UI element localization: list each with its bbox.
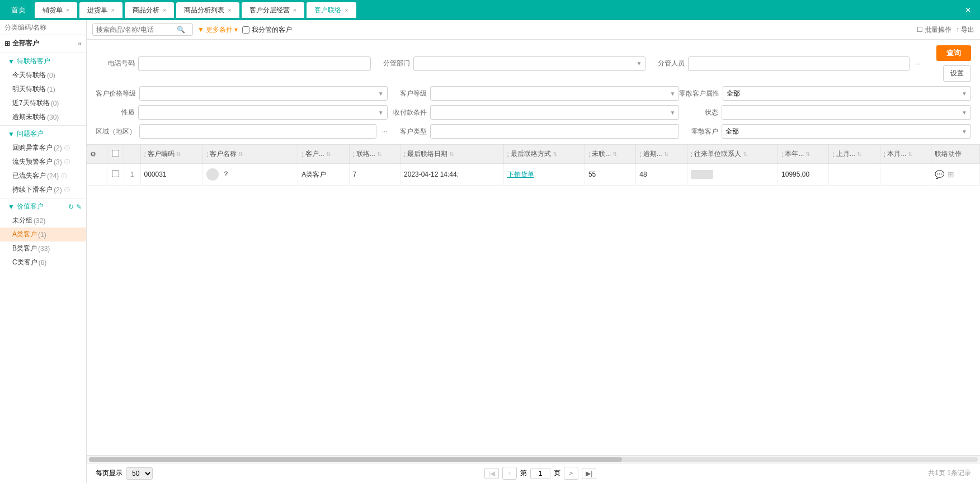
region-input[interactable] — [139, 124, 376, 139]
customer-type-input[interactable] — [430, 124, 680, 139]
filter-payment: 收付款条件 ▼ — [388, 105, 680, 120]
page-input[interactable] — [530, 468, 550, 479]
close-product-analysis-tab[interactable]: × — [163, 7, 166, 13]
sidebar-item-tomorrow[interactable]: 明天待联络(1) — [0, 82, 86, 96]
department-select[interactable]: ▼ — [413, 56, 646, 71]
horizontal-scrollbar[interactable] — [87, 455, 980, 463]
sidebar-item-overdue[interactable]: 逾期未联络(30) — [0, 110, 86, 124]
settings-button[interactable]: 设置 — [943, 65, 971, 82]
col-lastmonth-header[interactable]: : 上月... ⇅ — [829, 145, 880, 164]
sidebar-item-class-a[interactable]: A类客户(1) — [0, 228, 86, 242]
sidebar-collapse-icon[interactable]: « — [78, 40, 82, 48]
sort-icon-thisyear: ⇅ — [805, 151, 810, 157]
batch-op-button[interactable]: ☐ 批量操作 — [917, 25, 951, 35]
manager-dots[interactable]: ··· — [915, 60, 921, 68]
my-customers-check[interactable] — [242, 26, 249, 34]
sidebar-all-customers-header[interactable]: ⊞ 全部客户 « — [0, 35, 86, 51]
sort-icon-overdue: ⇅ — [664, 151, 668, 157]
col-thismonth-header[interactable]: : 本月... ⇅ — [880, 145, 931, 164]
filter-row-4: 区域（地区） ··· 客户类型 零散客户 全部 ▼ — [96, 124, 971, 139]
nav-tab-product-list[interactable]: 商品分析列表 × — [176, 2, 239, 18]
col-name-header[interactable]: : 客户名称 ⇅ — [202, 145, 298, 164]
phone-input[interactable] — [138, 56, 371, 71]
close-sales-tab[interactable]: × — [66, 7, 69, 13]
payment-select[interactable]: ▼ — [430, 105, 680, 120]
nav-tab-customer-segment[interactable]: 客户分层经营 × — [242, 2, 304, 18]
col-unitcontact-header[interactable]: : 往来单位联系人 ⇅ — [687, 145, 778, 164]
nav-tab-customer-contact[interactable]: 客户联络 × — [307, 2, 356, 18]
customer-level-select[interactable]: ▼ — [430, 86, 680, 101]
col-thisyear-header[interactable]: : 本年... ⇅ — [778, 145, 829, 164]
status-select[interactable]: ▼ — [722, 105, 971, 120]
sort-icon-lastmonth: ⇅ — [857, 151, 861, 157]
col-uncontacted-header[interactable]: : 未联... ⇅ — [585, 145, 635, 164]
sidebar-item-declining[interactable]: 持续下滑客户(2) ⓘ — [0, 183, 86, 197]
sidebar-search-input[interactable] — [4, 23, 87, 31]
col-type-header[interactable]: : 客户... ⇅ — [298, 145, 349, 164]
first-page-button[interactable]: |◀ — [484, 468, 499, 479]
close-contact-tab[interactable]: × — [345, 7, 348, 13]
nav-home[interactable]: 首页 — [4, 0, 32, 20]
col-contact-header[interactable]: : 联络... ⇅ — [349, 145, 400, 164]
col-code-header[interactable]: : 客户编码 ⇅ — [140, 145, 202, 164]
sidebar-item-class-c[interactable]: C类客户(6) — [0, 255, 86, 269]
prev-page-button[interactable]: ＜ — [502, 467, 517, 480]
filter-customer-level: 客户等级 ▼ — [388, 86, 680, 101]
close-purchase-tab[interactable]: × — [111, 7, 114, 13]
scroll-thumb[interactable] — [89, 457, 622, 462]
row-lastmethod-cell[interactable]: 下销货单 — [503, 164, 585, 186]
info-icon-1: ⓘ — [64, 144, 70, 152]
nav-tab-sales[interactable]: 销货单 × — [35, 2, 77, 18]
search-icon[interactable]: 🔍 — [177, 26, 185, 34]
filter-phone: 电话号码 — [96, 56, 371, 71]
sidebar-problem-group[interactable]: ▼ 问题客户 — [0, 127, 86, 141]
sidebar-item-churned[interactable]: 已流失客户(24) ⓘ — [0, 169, 86, 183]
sidebar-item-churn-warning[interactable]: 流失预警客户(3) ⓘ — [0, 155, 86, 169]
manager-input[interactable] — [688, 56, 910, 71]
top-nav: 首页 销货单 × 进货单 × 商品分析 × 商品分析列表 × 客户分层经营 × … — [0, 0, 980, 20]
row-thismonth-cell — [880, 164, 931, 186]
sidebar-pending-group[interactable]: ▼ 待联络客户 — [0, 54, 86, 68]
sidebar-item-class-b[interactable]: B类客户(33) — [0, 242, 86, 255]
next-page-button[interactable]: ＞ — [564, 467, 578, 480]
col-settings[interactable]: ⚙ — [87, 145, 107, 164]
col-lastmethod-header[interactable]: : 最后联络方式 ⇅ — [503, 145, 585, 164]
row-num-cell: 1 — [124, 164, 140, 186]
close-product-list-tab[interactable]: × — [228, 7, 231, 13]
sidebar-item-7days[interactable]: 近7天待联络(0) — [0, 96, 86, 110]
sidebar-item-repurchase-anomaly[interactable]: 回购异常客户(2) ⓘ — [0, 141, 86, 155]
page-size-select[interactable]: 50 — [126, 467, 153, 480]
filter-nature: 性质 ▼ — [96, 105, 388, 120]
region-dots[interactable]: ··· — [382, 127, 388, 135]
window-close-button[interactable]: × — [960, 4, 976, 16]
select-all-checkbox[interactable] — [112, 150, 119, 157]
my-customers-checkbox[interactable]: 我分管的客户 — [242, 25, 292, 35]
last-method-link[interactable]: 下销货单 — [507, 171, 534, 178]
last-page-button[interactable]: ▶| — [582, 468, 596, 479]
nature-select[interactable]: ▼ — [138, 105, 388, 120]
query-button[interactable]: 查询 — [936, 45, 971, 61]
sort-icon-type: ⇅ — [326, 151, 331, 157]
retail-customer-select[interactable]: 全部 ▼ — [722, 124, 971, 139]
chat-icon[interactable]: 💬 — [935, 170, 944, 179]
scroll-track[interactable] — [89, 457, 978, 462]
price-level-select[interactable]: ▼ — [139, 86, 388, 101]
search-input[interactable] — [96, 26, 175, 34]
all-customers-label: 全部客户 — [12, 39, 39, 48]
edit-icon[interactable]: ✎ — [76, 203, 82, 211]
sidebar-item-unclassified[interactable]: 未分组(32) — [0, 214, 86, 228]
sidebar-item-today[interactable]: 今天待联络(0) — [0, 68, 86, 82]
close-segment-tab[interactable]: × — [293, 7, 296, 13]
refresh-icon[interactable]: ↻ — [68, 203, 74, 211]
more-conditions-button[interactable]: ▼ 更多条件 ▾ — [197, 25, 238, 35]
row-checkbox[interactable] — [112, 170, 119, 177]
problem-group-label: 问题客户 — [17, 129, 44, 139]
qr-icon[interactable]: ⊞ — [948, 170, 954, 179]
retail-attr-select[interactable]: 全部 ▼ — [723, 86, 971, 101]
col-overdue-header[interactable]: : 逾期... ⇅ — [636, 145, 687, 164]
col-lastdate-header[interactable]: : 最后联络日期 ⇅ — [400, 145, 503, 164]
nav-tab-product-analysis[interactable]: 商品分析 × — [125, 2, 174, 18]
nav-tab-purchase[interactable]: 进货单 × — [79, 2, 122, 18]
sidebar-value-group[interactable]: ▼ 价值客户 ↻ ✎ — [0, 200, 86, 214]
export-button[interactable]: ↑ 导出 — [956, 25, 974, 35]
